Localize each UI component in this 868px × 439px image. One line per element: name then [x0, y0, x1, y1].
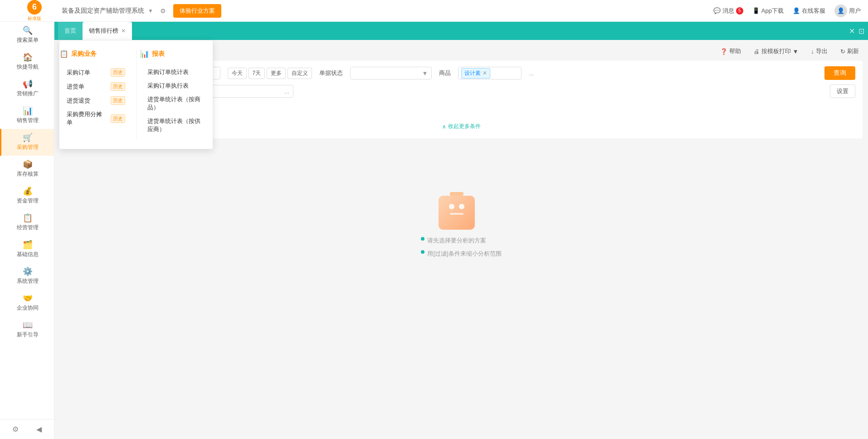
tab-close-icon[interactable]: ✕ — [121, 28, 126, 34]
dropdown-divider — [136, 49, 137, 140]
empty-tip-2: 用[过滤]条件来缩小分析范围 — [427, 248, 501, 259]
goods-tag-close[interactable]: ✕ — [483, 70, 487, 76]
print-template-btn[interactable]: 🖨 按模板打印 ▼ — [750, 45, 802, 57]
empty-illustration — [434, 184, 488, 230]
sidebar-item-operations[interactable]: 📋 经营管理 — [0, 209, 54, 236]
system-icon: ⚙️ — [23, 267, 33, 276]
collapse-up-icon: ∧ — [442, 123, 446, 130]
tab-sales-rank-label: 销售排行榜 — [89, 27, 118, 35]
sidebar-item-enterprise[interactable]: 🤝 企业协同 — [0, 290, 54, 316]
top-header: 6 标准版 装备及固定资产辅助管理系统 ▼ ⚙ 体验行业方案 💬 消息 5 📱 … — [0, 0, 868, 22]
sidebar-item-purchase[interactable]: 🛒 采购管理 — [0, 129, 54, 156]
collapse-text: 收起更多条件 — [448, 123, 481, 130]
basic-info-icon: 🗂️ — [23, 241, 33, 249]
guide-icon: 📖 — [23, 321, 33, 329]
message-label: 消息 — [722, 7, 734, 15]
system-dropdown-arrow[interactable]: ▼ — [148, 8, 153, 14]
sidebar-item-sales[interactable]: 📊 销售管理 — [0, 102, 54, 129]
goods-label: 商品 — [439, 69, 451, 77]
sidebar-item-marketing[interactable]: 📢 营销推广 — [0, 75, 54, 102]
window-maximize-icon[interactable]: ⊡ — [858, 27, 864, 35]
dropdown-item-purchase-expense[interactable]: 采购费用分摊单 历史 — [59, 108, 132, 129]
date-quick-more[interactable]: 更多 — [267, 68, 286, 79]
print-dropdown-icon: ▼ — [793, 48, 799, 55]
empty-step-1: 请先选择要分析的方案 — [421, 235, 501, 246]
message-btn[interactable]: 💬 消息 5 — [713, 7, 743, 15]
sidebar-item-guide[interactable]: 📖 新手引导 — [0, 316, 54, 343]
logo-area: 6 标准版 — [7, 0, 62, 22]
system-name-area: 装备及固定资产辅助管理系统 ▼ ⚙ 体验行业方案 — [62, 4, 713, 18]
dropdown-purchase-title: 📋 采购业务 — [59, 49, 132, 58]
sidebar-bottom: ⚙ ◀ — [0, 419, 54, 439]
sales-icon: 📊 — [23, 107, 33, 115]
app-icon: 📱 — [752, 7, 760, 14]
purchase-col-icon: 📋 — [59, 49, 68, 58]
salesperson-ellipsis: ... — [284, 88, 289, 95]
sidebar-label-system: 系统管理 — [17, 277, 39, 285]
dropdown-report-title: 📊 报表 — [140, 49, 213, 58]
tab-home-label: 首页 — [64, 27, 76, 35]
refresh-btn[interactable]: ↻ 刷新 — [837, 45, 863, 57]
tab-sales-rank[interactable]: 销售排行榜 ✕ — [83, 22, 132, 40]
help-btn[interactable]: ❓ 帮助 — [717, 45, 745, 57]
logo-icon: 6 — [27, 0, 42, 15]
settings-bottom-icon[interactable]: ⚙ — [12, 425, 19, 434]
dropdown-item-purchase-return[interactable]: 进货退货 历史 — [59, 94, 132, 108]
gear-icon[interactable]: ⚙ — [157, 5, 170, 17]
enterprise-icon: 🤝 — [23, 294, 33, 302]
goods-tag: 设计素 ✕ — [461, 68, 490, 79]
app-download-btn[interactable]: 📱 App下载 — [752, 7, 784, 15]
sidebar-label-guide: 新手引导 — [17, 331, 39, 339]
dropdown-item-purchase-order[interactable]: 采购订单 历史 — [59, 65, 132, 79]
dropdown-item-order-exec[interactable]: 采购订单执行表 — [140, 79, 213, 93]
tab-home[interactable]: 首页 — [58, 22, 83, 40]
sidebar-item-inventory[interactable]: 📦 库存核算 — [0, 156, 54, 183]
date-quick-today[interactable]: 今天 — [228, 68, 247, 79]
export-label: 导出 — [816, 47, 828, 55]
dropdown-item-order-stat[interactable]: 采购订单统计表 — [140, 65, 213, 79]
refresh-label: 刷新 — [847, 47, 859, 55]
date-quick-custom[interactable]: 自定义 — [288, 68, 312, 79]
operations-icon: 📋 — [23, 214, 33, 222]
dropdown-item-receive-stat-supplier[interactable]: 进货单统计表（按供应商） — [140, 114, 213, 136]
marketing-icon: 📢 — [23, 80, 33, 88]
sidebar-item-search-menu[interactable]: 🔍 搜索菜单 — [0, 22, 54, 49]
query-button[interactable]: 查询 — [824, 66, 855, 80]
purchase-expense-history-tag: 历史 — [111, 114, 125, 123]
receive-stat-supplier-label: 进货单统计表（按供应商） — [147, 117, 206, 133]
purchase-expense-label: 采购费用分摊单 — [67, 110, 107, 127]
goods-input-area[interactable]: 设计素 ✕ — [458, 67, 522, 79]
purchase-icon: 🛒 — [23, 133, 33, 142]
sidebar-label-marketing: 营销推广 — [17, 90, 39, 98]
industry-btn[interactable]: 体验行业方案 — [173, 4, 221, 18]
date-quick-7days[interactable]: 7天 — [249, 68, 265, 79]
step-dot-1 — [421, 237, 424, 241]
search-icon: 🔍 — [23, 26, 33, 35]
purchase-return-history-tag: 历史 — [111, 96, 125, 105]
goods-ellipsis: ... — [529, 70, 534, 77]
export-btn[interactable]: ↓ 导出 — [808, 45, 832, 57]
salesperson-select[interactable]: ... — [212, 85, 293, 98]
online-service-label: 在线客服 — [802, 7, 825, 15]
report-col-icon: 📊 — [140, 49, 149, 58]
user-name: 用户 — [849, 7, 861, 15]
doc-status-select[interactable]: ▼ — [350, 67, 432, 79]
help-label: 帮助 — [729, 47, 741, 55]
collapse-sidebar-icon[interactable]: ◀ — [36, 425, 42, 434]
dropdown-item-purchase-receive[interactable]: 进货单 历史 — [59, 79, 132, 94]
dropdown-purchase-col: 📋 采购业务 采购订单 历史 进货单 历史 进货退货 历史 采购费用分摊单 — [59, 49, 132, 140]
goods-tag-text: 设计素 — [464, 69, 481, 77]
window-close-icon[interactable]: ✕ — [849, 27, 855, 35]
sidebar-item-capital[interactable]: 💰 资金管理 — [0, 183, 54, 209]
purchase-order-label: 采购订单 — [67, 69, 107, 77]
dropdown-item-receive-stat-goods[interactable]: 进货单统计表（按商品） — [140, 93, 213, 114]
sidebar-item-system[interactable]: ⚙️ 系统管理 — [0, 263, 54, 290]
sidebar-item-quick-nav[interactable]: 🏠 快捷导航 — [0, 49, 54, 75]
inventory-icon: 📦 — [23, 160, 33, 168]
step-dot-2 — [421, 250, 424, 254]
purchase-return-label: 进货退货 — [67, 97, 107, 105]
user-area[interactable]: 👤 用户 — [834, 5, 861, 17]
online-service-btn[interactable]: 👤 在线客服 — [793, 7, 825, 15]
sidebar-item-basic-info[interactable]: 🗂️ 基础信息 — [0, 236, 54, 263]
settings-button[interactable]: 设置 — [830, 84, 855, 98]
